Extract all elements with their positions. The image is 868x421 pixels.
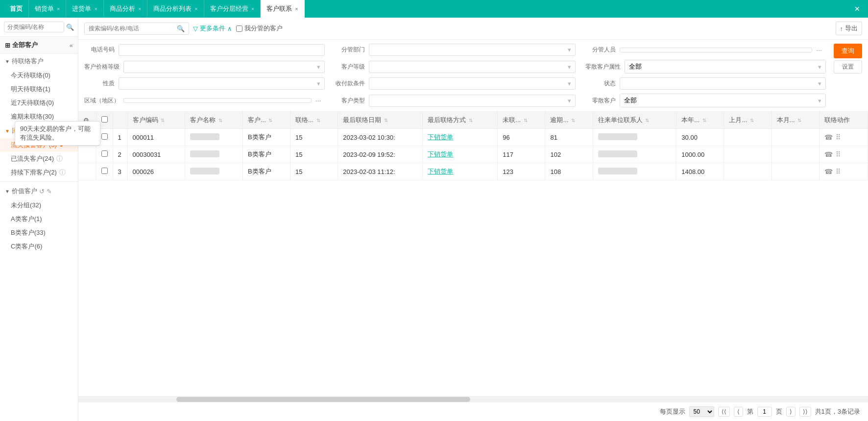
prev-page-btn[interactable]: ⟨ [734,407,743,417]
row2-method[interactable]: 下销货单 [423,146,498,163]
dept-select[interactable]: ▾ [369,44,575,56]
sidebar-item-tomorrow[interactable]: 明天待联络(1) [0,82,78,96]
sidebar-search-input[interactable] [4,22,64,32]
horizontal-scrollbar[interactable] [78,396,868,402]
area-dots[interactable]: ··· [312,97,325,104]
info-icon-2: ⓘ [59,169,66,176]
row3-contact-action[interactable]: ☎ [824,168,833,175]
nav-tab-5[interactable]: 客户联系 × [261,0,304,18]
settings-button[interactable]: 设置 [834,60,862,74]
close-tab-4[interactable]: × [251,6,254,12]
col-overdue[interactable]: 逾期... ⇅ [545,112,593,129]
col-last-method[interactable]: 最后联络方式 ⇅ [423,112,498,129]
my-customers-check[interactable] [236,25,242,32]
retail-select[interactable]: 全部 ▾ [620,94,826,107]
more-conditions-btn[interactable]: ▽ 更多条件 ∧ [193,24,232,33]
col-name[interactable]: 客户名称 ⇅ [185,112,243,129]
col-last-month[interactable]: 上月... ⇅ [724,112,772,129]
person-dots[interactable]: ··· [812,46,826,54]
refresh-icon[interactable]: ↺ [39,188,45,195]
row2-check[interactable] [101,150,108,157]
col-uncontacted[interactable]: 未联... ⇅ [498,112,545,129]
nav-tab-2[interactable]: 商品分析 × [104,0,147,18]
row3-check[interactable] [101,168,108,174]
sidebar: 🔍 ⊞ 全部客户 « ▼ 待联络客户 今天待联络(0) 明天待联络(1) 近7天… [0,18,78,421]
status-select[interactable]: ▾ [620,77,826,90]
row2-contact-action[interactable]: ☎ [824,150,833,158]
section-pending-contact[interactable]: ▼ 待联络客户 [0,54,78,69]
row2-checkbox[interactable] [96,146,113,163]
section-value[interactable]: ▼ 价值客户 ↺ ✎ [0,184,78,198]
nav-tab-1[interactable]: 进货单 × [66,0,103,18]
col-this-year[interactable]: 本年... ⇅ [676,112,724,129]
select-all-checkbox[interactable] [101,116,108,123]
col-level[interactable]: 客户... ⇅ [242,112,290,129]
search-input[interactable] [85,23,173,34]
row3-method[interactable]: 下销货单 [423,163,498,180]
payment-select[interactable]: ▾ [369,77,575,90]
person-select[interactable] [620,48,813,52]
sidebar-item-a-class[interactable]: A类客户(1) [0,212,78,226]
row2-unit-blurred [598,150,637,157]
page-input[interactable] [757,407,772,417]
nav-tab-0[interactable]: 销货单 × [29,0,66,18]
first-page-btn[interactable]: ⟨⟨ [718,407,730,417]
row3-more-action[interactable]: ⠿ [836,168,841,175]
my-customers-checkbox[interactable]: 我分管的客户 [236,24,283,33]
row1-contact-action[interactable]: ☎ [824,133,833,141]
row2-more-action[interactable]: ⠿ [836,150,841,158]
sidebar-item-churned[interactable]: 已流失客户(24) ⓘ [0,152,78,166]
sidebar-search-icon[interactable]: 🔍 [66,24,74,31]
last-page-btn[interactable]: ⟩⟩ [799,407,811,417]
status-label: 状态 [585,79,620,88]
close-all-tabs[interactable]: ✕ [850,5,864,13]
customer-level-label: 客户等级 [335,63,369,71]
nav-tab-3[interactable]: 商品分析列表 × [147,0,204,18]
nature-label: 性质 [84,79,119,88]
edit-icon[interactable]: ✎ [47,188,52,195]
row2-method-link[interactable]: 下销货单 [428,150,453,158]
export-button[interactable]: ↑ 导出 [836,22,863,35]
sidebar-item-c-class[interactable]: C类客户(6) [0,240,78,253]
close-tab-2[interactable]: × [138,6,141,12]
customer-type-select[interactable]: ▾ [369,95,575,107]
row3-checkbox[interactable] [96,163,113,180]
sidebar-item-b-class[interactable]: B类客户(33) [0,226,78,240]
retail-attr-select[interactable]: 全部 ▾ [625,60,826,74]
sidebar-item-ungrouped[interactable]: 未分组(32) [0,198,78,212]
horizontal-scroll-thumb[interactable] [176,397,470,402]
col-this-month[interactable]: 本月... ⇅ [772,112,819,129]
query-button[interactable]: 查询 [834,44,862,58]
customer-level-select[interactable]: ▾ [369,61,575,73]
col-code[interactable]: 客户编码 ⇅ [127,112,185,129]
phone-input[interactable] [119,44,325,56]
search-button[interactable]: 🔍 [173,23,189,34]
sidebar-item-today[interactable]: 今天待联络(0) [0,69,78,82]
next-page-btn[interactable]: ⟩ [786,407,796,417]
person-label: 分管人员 [585,46,620,54]
row3-method-link[interactable]: 下销货单 [428,168,453,175]
col-unit-contact[interactable]: 往来单位联系人 ⇅ [593,112,676,129]
row1-check[interactable] [101,133,108,140]
close-tab-0[interactable]: × [57,6,60,12]
nature-select[interactable]: ▾ [119,77,325,90]
close-tab-1[interactable]: × [94,6,97,12]
per-page-select[interactable]: 50 100 [689,406,714,417]
nav-home[interactable]: 首页 [4,0,29,18]
collapse-icon[interactable]: « [70,42,73,49]
area-select[interactable] [123,98,312,103]
sidebar-item-7days[interactable]: 近7天待联络(0) [0,96,78,110]
price-level-select[interactable]: ▾ [123,61,325,73]
row1-method-link[interactable]: 下销货单 [428,133,453,141]
nav-tab-4[interactable]: 客户分层经营 × [204,0,261,18]
row1-more-action[interactable]: ⠿ [836,133,841,141]
filter-row-1: 电话号码 分管部门 ▾ 分管人员 [84,44,826,56]
filter-payment: 收付款条件 ▾ [335,77,575,90]
sidebar-item-declining[interactable]: 持续下滑客户(2) ⓘ [0,166,78,179]
row1-method[interactable]: 下销货单 [423,129,498,146]
col-contact[interactable]: 联络... ⇅ [290,112,338,129]
col-last-date[interactable]: 最后联络日期 ⇅ [338,112,423,129]
close-tab-3[interactable]: × [194,6,197,12]
all-customers-header[interactable]: ⊞ 全部客户 « [0,37,78,54]
close-tab-5[interactable]: × [295,6,298,12]
